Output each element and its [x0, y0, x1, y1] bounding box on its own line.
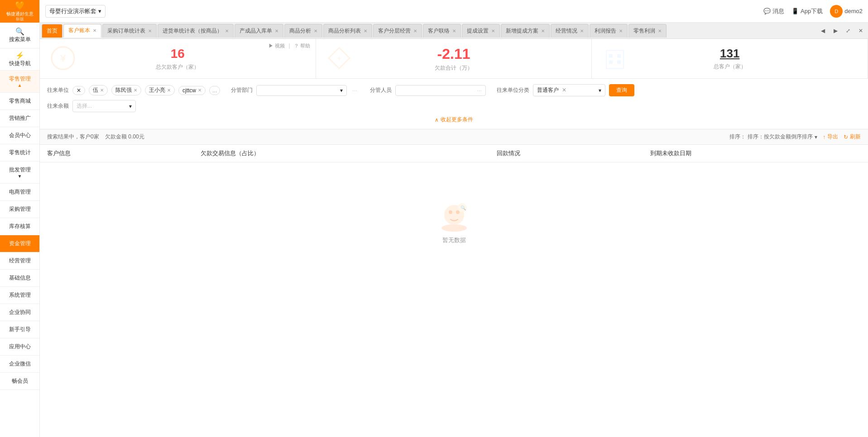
- tabbar: 首页 客户账本 ✕ 采购订单统计表 ✕ 进货单统计表（按商品） ✕ 产成品入库单…: [40, 23, 868, 39]
- filter-tag-wang-close[interactable]: ✕: [167, 88, 171, 93]
- filter-tag-more[interactable]: ...: [209, 86, 220, 95]
- empty-text: 暂无数据: [442, 236, 466, 244]
- tab-product-analysis[interactable]: 商品分析 ✕: [284, 24, 322, 38]
- sidebar-item-fund-mgmt[interactable]: 资金管理: [0, 235, 39, 252]
- sidebar-item-quick-nav[interactable]: ⚡ 快捷导航: [0, 48, 39, 71]
- sidebar-item-basic-info[interactable]: 基础信息: [0, 270, 39, 287]
- dept-filter-select[interactable]: ▾: [256, 85, 347, 96]
- empty-icon: 🔍: [436, 199, 472, 236]
- svg-rect-4: [606, 50, 623, 68]
- chevron-down-icon: ▾: [340, 87, 343, 94]
- sidebar-item-retail-stats[interactable]: 零售统计: [0, 144, 39, 162]
- tab-close-icon[interactable]: ✕: [541, 28, 545, 33]
- tab-close-icon[interactable]: ✕: [148, 28, 152, 33]
- app-download-btn[interactable]: 📱 App下载: [791, 7, 823, 15]
- sidebar-item-retail-mall[interactable]: 零售商城: [0, 93, 39, 110]
- sidebar-item-new-guide[interactable]: 新手引导: [0, 321, 39, 338]
- tab-profit-report[interactable]: 利润报告 ✕: [590, 24, 628, 38]
- tab-maximize[interactable]: ⤢: [843, 25, 854, 36]
- stat-total-debt-label: 欠款合计（万）: [435, 64, 473, 72]
- balance-filter-select[interactable]: 选择... ▾: [72, 100, 136, 112]
- unit-filter-label: 往来单位: [47, 86, 69, 94]
- chevron-down-icon: ···: [477, 87, 482, 94]
- tab-close-icon[interactable]: ✕: [658, 28, 662, 33]
- collapse-filter-btn[interactable]: ∧ 收起更多条件: [47, 116, 861, 124]
- tab-product-inbound[interactable]: 产成品入库单 ✕: [235, 24, 283, 38]
- tab-close-all[interactable]: ✕: [855, 25, 866, 36]
- svg-text:🔍: 🔍: [460, 205, 466, 211]
- search-button[interactable]: 查询: [609, 84, 634, 96]
- tab-retail-profit[interactable]: 零售利润 ✕: [628, 24, 667, 38]
- sidebar-item-purchase-mgmt[interactable]: 采购管理: [0, 201, 39, 218]
- export-icon: ↑: [823, 134, 825, 140]
- unit-class-filter-select[interactable]: 普通客户 ✕ ▾: [533, 84, 605, 96]
- filter-tag-cjttcw-close[interactable]: ✕: [198, 88, 201, 93]
- account-selector[interactable]: 母婴行业演示帐套 ▾: [45, 5, 106, 18]
- svg-rect-7: [609, 60, 613, 64]
- sidebar-item-enterprise-coop[interactable]: 企业协同: [0, 304, 39, 321]
- tab-product-analysis-list[interactable]: 商品分析列表 ✕: [323, 24, 372, 38]
- stat-all-customers: 131 总客户（家）: [592, 39, 868, 78]
- sidebar-item-retail-mgmt[interactable]: 零售管理 ▲: [0, 71, 39, 93]
- user-profile[interactable]: D demo2: [830, 5, 863, 18]
- svg-point-12: [456, 210, 460, 214]
- svg-point-11: [449, 210, 452, 214]
- sort-selector[interactable]: 排序： 排序：按欠款金额倒序排序 ▾: [729, 133, 817, 141]
- tab-close-icon[interactable]: ✕: [314, 28, 317, 33]
- help-link[interactable]: ？ 帮助: [294, 43, 310, 49]
- tab-home[interactable]: 首页: [42, 24, 62, 38]
- tab-close-icon[interactable]: ✕: [364, 28, 367, 33]
- message-btn[interactable]: 💬 消息: [763, 7, 784, 15]
- filter-tag-wu-close[interactable]: ✕: [100, 88, 104, 93]
- tab-operation-status[interactable]: 经营情况 ✕: [551, 24, 589, 38]
- tab-close-icon[interactable]: ✕: [580, 28, 584, 33]
- tab-scroll-left[interactable]: ◀: [817, 25, 828, 36]
- export-btn[interactable]: ↑ 导出: [823, 133, 838, 141]
- sidebar-item-system-mgmt[interactable]: 系统管理: [0, 287, 39, 304]
- sidebar-item-member-center[interactable]: 会员中心: [0, 127, 39, 144]
- tab-close-icon[interactable]: ✕: [275, 28, 278, 33]
- sidebar-item-vip-member[interactable]: 畅会员: [0, 373, 39, 390]
- filter-area: 往来单位 ✕ 伍 ✕ 陈民强 ✕ 王小亮 ✕ cjttcw: [40, 79, 868, 129]
- sidebar-item-inventory-check[interactable]: 库存核算: [0, 218, 39, 235]
- sidebar-item-operation-mgmt[interactable]: 经营管理: [0, 252, 39, 270]
- filter-tag-chen-close[interactable]: ✕: [134, 88, 137, 93]
- tab-close-icon[interactable]: ✕: [93, 28, 96, 33]
- sidebar-item-marketing[interactable]: 营销推广: [0, 110, 39, 127]
- tab-scroll-right[interactable]: ▶: [830, 25, 841, 36]
- tab-close-icon[interactable]: ✕: [619, 28, 623, 33]
- filter-tag-class-close[interactable]: ✕: [562, 87, 566, 93]
- person-filter-select[interactable]: ···: [395, 85, 486, 96]
- tab-close-icon[interactable]: ✕: [413, 28, 417, 33]
- tab-lift-settings[interactable]: 提成设置 ✕: [462, 24, 500, 38]
- tab-close-icon[interactable]: ✕: [491, 28, 495, 33]
- result-bar: 搜索结果中，客户0家 欠款金额 0.00元 排序： 排序：按欠款金额倒序排序 ▾…: [40, 129, 868, 145]
- dept-filter-label: 分管部门: [231, 86, 253, 94]
- tab-customer-tier[interactable]: 客户分层经营 ✕: [373, 24, 422, 38]
- stat-total-customers-label: 总欠款客户（家）: [156, 63, 199, 71]
- video-link[interactable]: ▶ 视频: [269, 43, 285, 49]
- tab-close-icon[interactable]: ✕: [225, 28, 229, 33]
- tab-inbound-stats[interactable]: 进货单统计表（按商品） ✕: [158, 24, 234, 38]
- download-icon: 📱: [791, 8, 799, 14]
- tab-customer-contact[interactable]: 客户联络 ✕: [423, 24, 461, 38]
- empty-state: 🔍 暂无数据: [40, 162, 868, 280]
- sidebar-item-search-menu[interactable]: 🔍 搜索菜单: [0, 23, 39, 48]
- sidebar-item-ecommerce-mgmt[interactable]: 电商管理: [0, 184, 39, 201]
- sidebar-item-app-center[interactable]: 应用中心: [0, 338, 39, 356]
- filter-tag-wang: 王小亮 ✕: [145, 85, 175, 95]
- refresh-btn[interactable]: ↻ 刷新: [844, 133, 861, 141]
- result-info: 搜索结果中，客户0家 欠款金额 0.00元: [47, 133, 144, 141]
- sidebar-item-enterprise-wechat[interactable]: 企业微信: [0, 356, 39, 373]
- tab-purchase-order[interactable]: 采购订单统计表 ✕: [102, 24, 157, 38]
- tab-new-lift-plan[interactable]: 新增提成方案 ✕: [501, 24, 550, 38]
- sidebar-item-wholesale-mgmt[interactable]: 批发管理 ▼: [0, 162, 39, 184]
- tab-close-icon[interactable]: ✕: [452, 28, 456, 33]
- stat-all-customers-info: 131 总客户（家）: [714, 47, 746, 70]
- chevron-down-icon: ▾: [815, 134, 817, 140]
- person-filter-label: 分管人员: [370, 86, 392, 94]
- data-table: 客户信息 欠款交易信息（占比） 回款情况 到期未收款日期: [40, 145, 868, 162]
- stat-total-customers-value: 16: [156, 46, 199, 62]
- tab-customer-account[interactable]: 客户账本 ✕: [63, 24, 101, 38]
- building-bg-icon: [603, 46, 627, 70]
